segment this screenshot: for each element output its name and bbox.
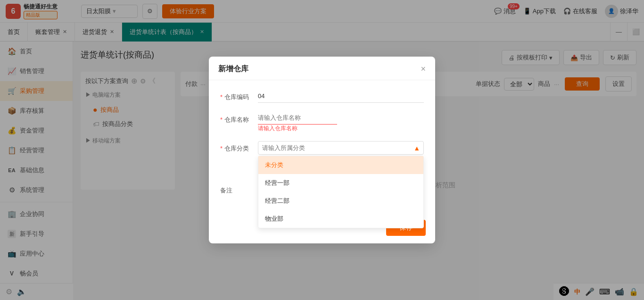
warehouse-name-error: 请输入仓库名称 bbox=[258, 125, 297, 132]
notes-label: 备注 bbox=[220, 183, 258, 195]
dropdown-item-dept3[interactable]: 物业部 bbox=[258, 210, 423, 228]
warehouse-code-input[interactable] bbox=[258, 90, 424, 103]
required-star-name: * bbox=[220, 116, 223, 123]
warehouse-code-row: * 仓库编码 bbox=[220, 90, 424, 103]
warehouse-category-label: * 仓库分类 bbox=[220, 141, 258, 153]
dialog-header: 新增仓库 × bbox=[209, 57, 435, 80]
modal-overlay: 新增仓库 × * 仓库编码 * 仓库名称 bbox=[0, 0, 644, 300]
dropdown-item-dept2[interactable]: 经营二部 bbox=[258, 192, 423, 210]
required-star-cat: * bbox=[220, 145, 223, 152]
category-arrow-icon[interactable]: ▲ bbox=[413, 144, 420, 152]
warehouse-name-input[interactable] bbox=[258, 111, 337, 125]
category-wrapper: ▲ 未分类 经营一部 经营二部 物业部 bbox=[258, 141, 424, 155]
dropdown-item-dept1[interactable]: 经营一部 bbox=[258, 174, 423, 192]
warehouse-code-label: * 仓库编码 bbox=[220, 90, 258, 101]
warehouse-category-row: * 仓库分类 ▲ 未分类 经营一部 经营二部 物业部 bbox=[220, 141, 424, 155]
warehouse-name-label: * 仓库名称 bbox=[220, 112, 258, 124]
dialog-body: * 仓库编码 * 仓库名称 请输入仓库名称 bbox=[209, 80, 435, 214]
warehouse-name-row: * 仓库名称 请输入仓库名称 bbox=[220, 111, 424, 133]
dialog-close-button[interactable]: × bbox=[421, 64, 426, 74]
category-input[interactable] bbox=[258, 141, 424, 155]
warehouse-name-input-row: * 仓库名称 bbox=[220, 111, 337, 125]
category-dropdown: 未分类 经营一部 经营二部 物业部 bbox=[258, 156, 424, 228]
required-star: * bbox=[220, 93, 223, 100]
warehouse-dialog: 新增仓库 × * 仓库编码 * 仓库名称 bbox=[209, 57, 435, 243]
dropdown-item-uncategorized[interactable]: 未分类 bbox=[258, 156, 423, 174]
error-msg-area: 请输入仓库名称 bbox=[258, 125, 297, 133]
dialog-title: 新增仓库 bbox=[218, 64, 248, 74]
